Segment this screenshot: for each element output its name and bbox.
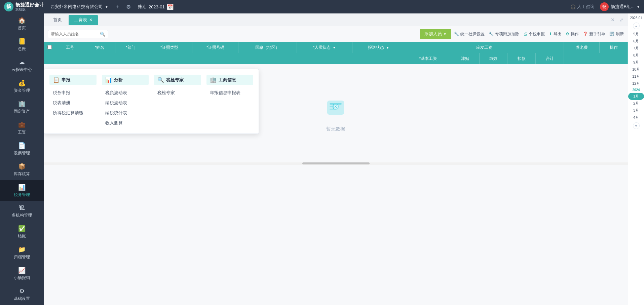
sidebar-item-salary[interactable]: 💼 工资 — [0, 118, 44, 139]
tax-section-analysis: 📊 分析 税负波动表纳税波动表纳税统计表收入测算 — [102, 75, 149, 128]
timeline-month-2024-3月[interactable]: 3月 — [628, 107, 644, 114]
toolbar-guide-button[interactable]: ❓ 新手引导 — [583, 31, 605, 37]
tab-close-icon[interactable]: ✕ — [89, 17, 92, 22]
tax-menu-item-tax-declaration[interactable]: 税务申报 — [49, 88, 97, 98]
toolbar-personal-tax-button[interactable]: 🖨 个税申报 — [523, 31, 545, 37]
timeline-nav-up-button[interactable]: ▲ — [633, 23, 640, 29]
filter-icon[interactable]: ▼ — [333, 46, 336, 49]
timeline-month-2023-6月[interactable]: 6月 — [628, 38, 644, 45]
th-allowance: 津贴 — [451, 53, 479, 64]
th-operation: 操作 — [600, 42, 628, 53]
tax-menu-item-expert[interactable]: 税检专家 — [154, 88, 201, 98]
th-checkbox[interactable] — [44, 42, 56, 53]
toolbar-refresh-button[interactable]: 🔄 刷新 — [609, 31, 624, 37]
sidebar-item-home[interactable]: 🏠 首页 — [0, 13, 44, 34]
tax-section-title-declaration: 📋 申报 — [49, 75, 97, 85]
timeline-year-2024: 2024 — [628, 87, 644, 93]
tax-menu-item-tax-form[interactable]: 税表清册 — [49, 98, 97, 108]
tax-menu-item-annual-report[interactable]: 年报信息申报表 — [206, 88, 254, 98]
analysis-icon: 📊 — [105, 77, 112, 83]
basic-icon: ⚙ — [19, 288, 25, 295]
sidebar-item-inventory[interactable]: 📦 库存核算 — [0, 159, 44, 180]
timeline-month-2023-12月[interactable]: 12月 — [628, 80, 644, 87]
sidebar-item-asset[interactable]: 🏢 固定资产 — [0, 97, 44, 118]
tax-menu-item-tax-payment[interactable]: 纳税波动表 — [102, 98, 149, 108]
top-bar: 畅 畅捷通好会计 旗舰版 西安虾米网络科技有限公司 ▼ ＋ ⚙ 账期 2023-… — [0, 0, 644, 13]
timeline-nav-down-button[interactable]: ▼ — [633, 122, 640, 129]
sidebar-item-archive[interactable]: 📁 归档管理 — [0, 242, 44, 263]
sidebar-item-label: 归档管理 — [14, 254, 30, 260]
calendar-icon[interactable]: 📅 — [167, 4, 174, 10]
sidebar-item-settle[interactable]: ✅ 结账 — [0, 222, 44, 242]
app-layout: 🏠 首页📒 总账☁ 云报表中心💰 资金管理🏢 固定资产💼 工资📄 发票管理📦 库… — [0, 13, 644, 305]
refresh-icon: 🔄 — [609, 32, 614, 36]
timeline-month-2023-8月[interactable]: 8月 — [628, 52, 644, 59]
sidebar-item-ledger[interactable]: 📒 总账 — [0, 34, 44, 55]
search-input-wrapper[interactable]: 🔍 — [48, 30, 108, 38]
th-pension: 养老费 — [564, 42, 599, 53]
timeline-month-2023-11月[interactable]: 11月 — [628, 73, 644, 80]
th-report-status: 报送状态 ▼ — [352, 42, 405, 53]
chevron-down-icon: ▼ — [105, 5, 108, 9]
search-input[interactable] — [51, 32, 98, 36]
add-company-button[interactable]: ＋ — [114, 3, 122, 11]
sidebar: 🏠 首页📒 总账☁ 云报表中心💰 资金管理🏢 固定资产💼 工资📄 发票管理📦 库… — [0, 13, 44, 305]
expand-button[interactable]: ⤢ — [618, 16, 625, 24]
toolbar-export-button[interactable]: ⬆ 导出 — [549, 31, 562, 37]
sidebar-item-label: 基础设置 — [14, 296, 30, 302]
th-base-salary: *基本工资 — [405, 53, 451, 64]
sidebar-item-label: 固定资产 — [14, 109, 30, 114]
th-salary-group: 应发工资 — [405, 42, 564, 53]
tax-menu-item-tax-burden[interactable]: 税负波动表 — [102, 88, 149, 98]
timeline-month-2023-10月[interactable]: 10月 — [628, 66, 644, 73]
timeline-month-2024-2月[interactable]: 2月 — [628, 100, 644, 107]
top-bar-actions: ＋ ⚙ — [114, 3, 132, 11]
headset-icon: 🎧 — [570, 4, 576, 9]
help-button[interactable]: 🎧 人工咨询 — [570, 4, 595, 10]
company-name: 西安虾米网络科技有限公司 — [50, 4, 103, 10]
toolbar-social-security-button[interactable]: 🔧 统一社保设置 — [454, 31, 485, 37]
sidebar-item-label: 资金管理 — [14, 88, 30, 93]
tax-icon: 📊 — [18, 184, 26, 191]
tax-menu-item-tax-stats[interactable]: 纳税统计表 — [102, 108, 149, 118]
timeline-month-2024-1月[interactable]: 1月 — [628, 93, 644, 100]
settings-icon[interactable]: ⚙ — [124, 3, 132, 11]
sidebar-item-cloud[interactable]: ☁ 云报表中心 — [0, 55, 44, 76]
toolbar-operation-button[interactable]: ⚙ 操作 — [566, 31, 579, 37]
tax-section-business-info: 🏢 工商信息 年报信息申报表 — [206, 75, 254, 128]
tax-section-declaration: 📋 申报 税务申报税表清册所得税汇算清缴 — [49, 75, 97, 128]
help-label: 人工咨询 — [577, 4, 595, 10]
sidebar-item-invoice[interactable]: 📄 发票管理 — [0, 139, 44, 159]
company-selector[interactable]: 西安虾米网络科技有限公司 ▼ — [48, 2, 111, 11]
select-all-checkbox[interactable] — [47, 45, 52, 49]
business-info-icon: 🏢 — [210, 77, 217, 83]
tax-menu-item-income-clear[interactable]: 所得税汇算清缴 — [49, 108, 97, 118]
filter-icon[interactable]: ▼ — [386, 46, 389, 49]
toolbar-action-label: 导出 — [554, 31, 562, 37]
chevron-down-icon: ▼ — [637, 5, 640, 9]
tab-salary-table[interactable]: 工资表✕ — [69, 15, 98, 25]
sidebar-item-fund[interactable]: 💰 资金管理 — [0, 76, 44, 97]
sidebar-item-multi[interactable]: 🏗 多机构管理 — [0, 201, 44, 222]
timeline-month-2024-4月[interactable]: 4月 — [628, 114, 644, 121]
tab-home[interactable]: 首页 — [48, 15, 67, 25]
timeline-month-2023-9月[interactable]: 9月 — [628, 59, 644, 66]
main-content: 首页工资表✕ 🔍 添加人员 ▼ 🔧 统一社保设置🔧 专项附加扣除🖨 个税申报⬆ … — [44, 13, 628, 305]
add-person-button[interactable]: 添加人员 ▼ — [420, 29, 451, 39]
tax-menu-item-income-estimate[interactable]: 收入测算 — [102, 118, 149, 128]
sidebar-item-label: 库存核算 — [14, 171, 30, 177]
user-menu[interactable]: 畅 畅捷通B组... ▼ — [600, 2, 640, 11]
timeline-month-2023-7月[interactable]: 7月 — [628, 45, 644, 52]
tax-section-title-tax-expert: 🔍 税检专家 — [154, 75, 201, 85]
toolbar-action-label: 操作 — [571, 31, 579, 37]
sidebar-item-report[interactable]: 📈 小畅报销 — [0, 263, 44, 284]
sidebar-item-basic[interactable]: ⚙ 基础设置 — [0, 284, 44, 305]
add-person-label: 添加人员 — [424, 31, 442, 37]
toolbar-special-deduction-button[interactable]: 🔧 专项附加扣除 — [489, 31, 519, 37]
sidebar-item-tax[interactable]: 📊 税务管理 — [0, 180, 44, 201]
th-dept: *部门 — [115, 42, 146, 53]
timeline-month-2023-5月[interactable]: 5月 — [628, 31, 644, 38]
period-label: 账期 — [138, 4, 147, 10]
inventory-icon: 📦 — [18, 163, 26, 170]
close-button[interactable]: ✕ — [609, 16, 616, 24]
